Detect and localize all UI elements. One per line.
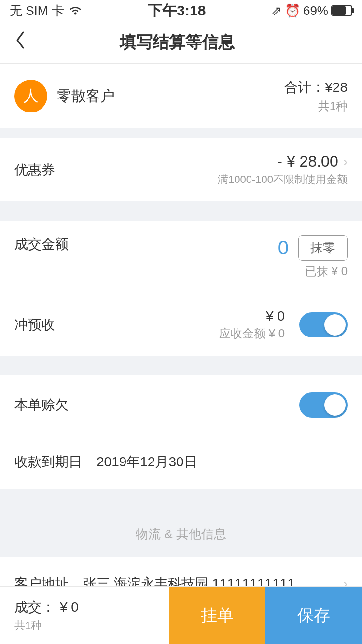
section-divider-1 bbox=[0, 211, 362, 221]
nav-bar: 填写结算等信息 bbox=[0, 21, 362, 64]
section-divider-3 bbox=[0, 498, 362, 508]
amount-input-area: 0 抹零 bbox=[278, 235, 348, 261]
sim-status: 无 SIM 卡 bbox=[10, 2, 64, 19]
bottom-summary: 成交： ¥ 0 共1种 bbox=[0, 598, 169, 633]
debit-row: 本单赊欠 bbox=[0, 375, 362, 435]
amount-value[interactable]: 0 bbox=[278, 237, 289, 259]
discount-label: 优惠券 bbox=[14, 161, 55, 179]
alarm-icon: ⏰ bbox=[285, 3, 300, 18]
logistics-line-right bbox=[236, 534, 294, 534]
duedate-value[interactable]: 2019年12月30日 bbox=[97, 453, 197, 471]
avatar: 人 bbox=[14, 80, 47, 112]
chevron-right-icon: › bbox=[343, 154, 348, 169]
prereceive-toggle[interactable] bbox=[299, 312, 348, 337]
svg-point-0 bbox=[74, 12, 76, 14]
status-left: 无 SIM 卡 bbox=[10, 2, 83, 19]
bottom-actions: 挂单 保存 bbox=[169, 587, 362, 644]
debit-label: 本单赊欠 bbox=[14, 396, 69, 414]
prereceive-values: ¥ 0 应收金额 ¥ 0 bbox=[219, 308, 285, 341]
prereceive-sub-value: 应收金额 ¥ 0 bbox=[219, 326, 285, 341]
customer-row: 人 零散客户 合计：¥28 共1种 bbox=[0, 64, 362, 128]
logistics-title: 物流 & 其他信息 bbox=[68, 526, 294, 543]
hang-button[interactable]: 挂单 bbox=[169, 587, 265, 644]
discount-amount: - ¥ 28.00 bbox=[277, 153, 338, 170]
prereceive-right: ¥ 0 应收金额 ¥ 0 bbox=[219, 308, 348, 341]
status-bar: 无 SIM 卡 下午3:18 ⇗ ⏰ 69% bbox=[0, 0, 362, 21]
discount-right: - ¥ 28.00 › 满1000-100不限制使用金额 bbox=[218, 153, 348, 187]
status-time: 下午3:18 bbox=[148, 1, 206, 21]
battery-icon bbox=[331, 5, 352, 16]
page-title: 填写结算等信息 bbox=[36, 31, 319, 54]
wifi-icon bbox=[68, 3, 83, 18]
section-divider-2 bbox=[0, 365, 362, 375]
customer-left: 人 零散客户 bbox=[14, 80, 115, 112]
amount-row: 成交金额 0 抹零 已抹 ¥ 0 bbox=[0, 221, 362, 294]
customer-name: 零散客户 bbox=[57, 86, 115, 106]
customer-total: 合计：¥28 bbox=[284, 78, 348, 97]
transaction-card: 成交金额 0 抹零 已抹 ¥ 0 冲预收 ¥ 0 应收金额 ¥ 0 bbox=[0, 221, 362, 356]
amount-sub: 已抹 ¥ 0 bbox=[305, 264, 348, 279]
customer-count: 共1种 bbox=[284, 98, 348, 114]
battery-percent: 69% bbox=[303, 3, 328, 18]
discount-row[interactable]: 优惠券 - ¥ 28.00 › 满1000-100不限制使用金额 bbox=[0, 138, 362, 201]
toggle-knob bbox=[324, 314, 346, 336]
duedate-label: 收款到期日 bbox=[14, 453, 82, 471]
prereceive-row: 冲预收 ¥ 0 应收金额 ¥ 0 bbox=[0, 294, 362, 356]
debit-toggle[interactable] bbox=[299, 392, 348, 418]
avatar-icon: 人 bbox=[23, 85, 39, 107]
amount-right: 0 抹零 已抹 ¥ 0 bbox=[278, 235, 348, 279]
prereceive-main-value: ¥ 0 bbox=[219, 308, 285, 324]
amount-label: 成交金额 bbox=[14, 235, 69, 253]
round-button[interactable]: 抹零 bbox=[298, 235, 348, 261]
content-area: 人 零散客户 合计：¥28 共1种 优惠券 - ¥ 28.00 › 满1000-… bbox=[0, 64, 362, 644]
logistics-header: 物流 & 其他信息 bbox=[0, 508, 362, 557]
status-right: ⇗ ⏰ 69% bbox=[271, 3, 352, 18]
location-icon: ⇗ bbox=[271, 3, 282, 18]
bottom-summary-main: 成交： ¥ 0 bbox=[14, 598, 154, 616]
save-button[interactable]: 保存 bbox=[265, 587, 362, 644]
discount-desc: 满1000-100不限制使用金额 bbox=[218, 172, 348, 187]
customer-card: 人 零散客户 合计：¥28 共1种 bbox=[0, 64, 362, 128]
bottom-bar: 成交： ¥ 0 共1种 挂单 保存 bbox=[0, 586, 362, 644]
bottom-summary-sub: 共1种 bbox=[14, 618, 154, 633]
logistics-title-text: 物流 & 其他信息 bbox=[136, 526, 226, 543]
debit-card: 本单赊欠 收款到期日 2019年12月30日 bbox=[0, 375, 362, 489]
bottom-summary-value: ¥ 0 bbox=[60, 600, 79, 615]
customer-right: 合计：¥28 共1种 bbox=[284, 78, 348, 114]
duedate-row: 收款到期日 2019年12月30日 bbox=[0, 435, 362, 489]
discount-card[interactable]: 优惠券 - ¥ 28.00 › 满1000-100不限制使用金额 bbox=[0, 138, 362, 201]
bottom-summary-label: 成交： bbox=[14, 598, 55, 616]
logistics-line-left bbox=[68, 534, 126, 534]
back-button[interactable] bbox=[14, 30, 36, 54]
prereceive-label: 冲预收 bbox=[14, 316, 55, 334]
debit-toggle-knob bbox=[324, 394, 346, 416]
